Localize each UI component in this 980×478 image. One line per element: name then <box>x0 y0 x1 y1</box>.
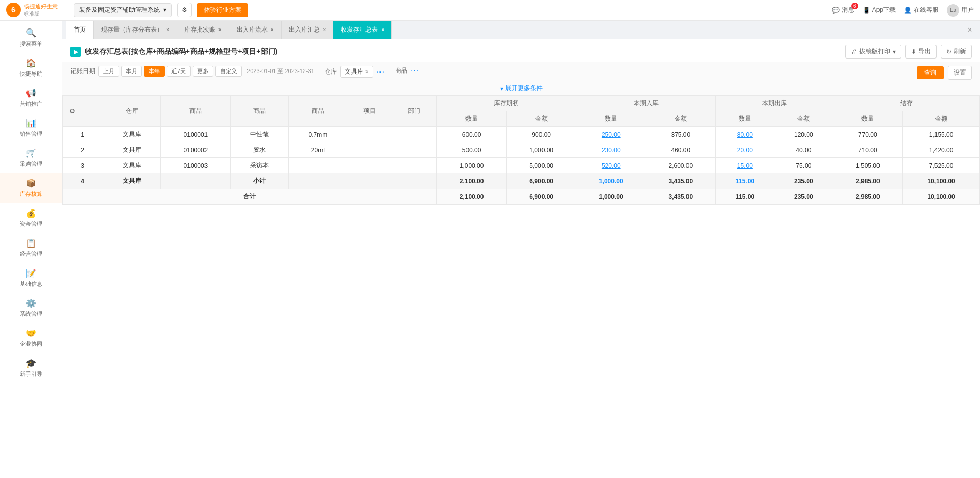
col-group-in: 本期入库 <box>576 96 715 111</box>
subtotal-out-qty[interactable]: 115.00 <box>715 173 774 189</box>
settings-icon[interactable]: ⚙ <box>177 3 192 17</box>
subtotal-bal-qty: 2,985.00 <box>833 173 903 189</box>
refresh-button[interactable]: ↻ 刷新 <box>941 45 972 59</box>
tab-batch[interactable]: 库存批次账 × <box>177 21 229 39</box>
print-button[interactable]: 🖨 拔镜版打印 ▾ <box>845 45 901 59</box>
subtotal-out-amt: 235.00 <box>774 173 833 189</box>
filter-settings-button[interactable]: 设置 <box>948 66 972 80</box>
newbie-icon: 🎓 <box>26 358 36 368</box>
sidebar-item-search[interactable]: 🔍 搜索菜单 <box>0 23 62 53</box>
expand-button[interactable]: ▾ 展开更多条件 <box>500 84 543 93</box>
cell-in-qty[interactable]: 230.00 <box>576 142 646 158</box>
cell-project <box>347 142 392 158</box>
sidebar-label-marketing: 营销推广 <box>20 100 42 108</box>
date-filter-group: 记账日期 上月 本月 本年 近7天 更多 自定义 2023-01-01 至 20… <box>70 66 314 77</box>
goods-more-dots[interactable]: ··· <box>411 66 419 75</box>
enterprise-icon: 🤝 <box>26 328 36 338</box>
tab-summary-label: 出入库汇总 <box>289 25 320 34</box>
col-in-amt: 金额 <box>646 111 716 127</box>
col-out-amt: 金额 <box>774 111 833 127</box>
subtotal-seq: 4 <box>63 173 103 189</box>
system-select[interactable]: 装备及固定资产辅助管理系统 ▾ <box>74 3 172 17</box>
close-all-tabs-button[interactable]: × <box>963 24 976 36</box>
sidebar-label-sales: 销售管理 <box>20 130 42 138</box>
cell-out-qty[interactable]: 20.00 <box>715 142 774 158</box>
tab-inventory-dist[interactable]: 现存量（库存分布表） × <box>94 21 177 39</box>
sidebar-item-quick[interactable]: 🏠 快捷导航 <box>0 53 62 83</box>
col-init-amt: 金额 <box>506 111 576 127</box>
cell-out-qty[interactable]: 80.00 <box>715 127 774 142</box>
user-item[interactable]: Ea 用户 <box>947 4 974 17</box>
chevron-down-icon: ▾ <box>163 6 166 13</box>
subtotal-in-qty[interactable]: 1,000.00 <box>576 173 646 189</box>
warehouse-remove-icon[interactable]: × <box>365 69 369 75</box>
tab-flow[interactable]: 出入库流水 × <box>229 21 282 39</box>
expand-label: 展开更多条件 <box>505 84 543 93</box>
cell-in-qty[interactable]: 520.00 <box>576 158 646 173</box>
date-btn-custom[interactable]: 自定义 <box>215 66 242 77</box>
user-label: 用户 <box>961 6 974 15</box>
chevron-down-expand-icon: ▾ <box>500 85 503 92</box>
sidebar-label-operation: 经营管理 <box>20 250 42 258</box>
sidebar-item-sales[interactable]: 📊 销售管理 <box>0 113 62 143</box>
date-btn-7days[interactable]: 近7天 <box>167 66 191 77</box>
cell-bal-qty: 710.00 <box>833 142 903 158</box>
inventory-icon: 📦 <box>26 178 36 188</box>
filter-section: 记账日期 上月 本月 本年 近7天 更多 自定义 2023-01-01 至 20… <box>62 62 980 82</box>
close-receive-summary-icon[interactable]: × <box>381 27 384 33</box>
warehouse-tag[interactable]: 文具库 × <box>340 66 373 78</box>
sidebar-item-basic[interactable]: 📝 基础信息 <box>0 263 62 293</box>
finance-icon: 💰 <box>26 208 36 218</box>
app-download-item[interactable]: 📱 App下载 <box>862 6 896 15</box>
online-service-item[interactable]: 👤 在线客服 <box>904 6 939 15</box>
subtotal-init-qty: 2,100.00 <box>437 173 507 189</box>
collapse-sidebar-button[interactable]: ▶ <box>70 47 81 57</box>
col-init-qty: 数量 <box>437 111 507 127</box>
header-actions: 🖨 拔镜版打印 ▾ ⬇ 导出 ↻ 刷新 <box>845 45 972 59</box>
sidebar-item-marketing[interactable]: 📢 营销推广 <box>0 83 62 113</box>
total-out-amt: 235.00 <box>774 189 833 205</box>
date-btn-this-year[interactable]: 本年 <box>144 66 165 77</box>
date-btn-more[interactable]: 更多 <box>193 66 213 77</box>
close-inventory-dist-icon[interactable]: × <box>166 27 169 33</box>
sidebar-item-finance[interactable]: 💰 资金管理 <box>0 203 62 233</box>
cell-seq: 1 <box>63 127 103 142</box>
sidebar-item-operation[interactable]: 📋 经营管理 <box>0 233 62 263</box>
phone-icon: 📱 <box>862 7 870 14</box>
sidebar-item-purchase[interactable]: 🛒 采购管理 <box>0 143 62 173</box>
tab-summary[interactable]: 出入库汇总 × <box>282 21 334 39</box>
date-btn-last-month[interactable]: 上月 <box>98 66 119 77</box>
cell-spec: 0.7mm <box>288 127 347 142</box>
tab-receive-summary[interactable]: 收发存汇总表 × <box>333 21 392 39</box>
date-btn-this-month[interactable]: 本月 <box>121 66 142 77</box>
sidebar-item-inventory[interactable]: 📦 库存核算 <box>0 173 62 203</box>
export-button[interactable]: ⬇ 导出 <box>905 45 937 59</box>
message-item[interactable]: 💬 消息 6 <box>832 6 854 15</box>
avatar: Ea <box>947 4 959 17</box>
cell-init-qty: 1,000.00 <box>437 158 507 173</box>
refresh-icon: ↻ <box>946 48 952 55</box>
cell-out-qty[interactable]: 15.00 <box>715 158 774 173</box>
app-download-label: App下载 <box>872 6 896 15</box>
warehouse-tag-value: 文具库 <box>345 67 363 76</box>
date-range-display: 2023-01-01 至 2023-12-31 <box>247 67 314 75</box>
subtotal-project <box>347 173 392 189</box>
query-button[interactable]: 查询 <box>917 66 944 79</box>
sidebar-item-enterprise[interactable]: 🤝 企业协同 <box>0 323 62 353</box>
warehouse-more-dots[interactable]: ··· <box>376 67 385 77</box>
cell-in-qty[interactable]: 250.00 <box>576 127 646 142</box>
trial-button[interactable]: 体验行业方案 <box>197 3 248 17</box>
collapse-icon: ▶ <box>74 48 78 55</box>
cell-in-amt: 375.00 <box>646 127 716 142</box>
sidebar-item-system[interactable]: ⚙️ 系统管理 <box>0 293 62 323</box>
cell-name: 胶水 <box>230 142 288 158</box>
close-summary-icon[interactable]: × <box>323 27 326 33</box>
tab-flow-label: 出入库流水 <box>237 25 268 34</box>
sidebar-item-newbie[interactable]: 🎓 新手引导 <box>0 353 62 383</box>
table-settings-icon[interactable]: ⚙ <box>67 106 77 117</box>
close-batch-icon[interactable]: × <box>218 27 222 33</box>
col-bal-qty: 数量 <box>833 111 903 127</box>
col-settings[interactable]: ⚙ <box>63 96 103 127</box>
close-flow-icon[interactable]: × <box>271 27 274 33</box>
tab-home[interactable]: 首页 <box>66 21 94 39</box>
